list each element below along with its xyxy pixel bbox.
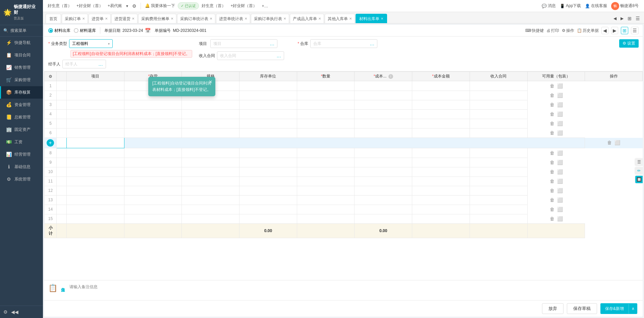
row-4-available[interactable]: [470, 109, 527, 119]
row-10-spec[interactable]: [124, 167, 182, 176]
notes-input[interactable]: [68, 283, 639, 297]
row-3-spec[interactable]: [124, 100, 182, 109]
row-11-copy-btn[interactable]: ⬜: [556, 178, 564, 184]
sidebar-item-project-contract[interactable]: 📋 项目合同: [0, 49, 43, 61]
row-8-qty[interactable]: [239, 148, 297, 158]
tab-close-material-out[interactable]: ✕: [381, 14, 383, 23]
row-10-delete-btn[interactable]: 🗑: [549, 168, 555, 175]
right-tool-2[interactable]: ✏: [635, 167, 643, 174]
settings-button[interactable]: ⚙ 设置: [619, 39, 639, 48]
sidebar-item-fixed-assets[interactable]: 🏢 固定资产: [0, 123, 43, 136]
row-8-cost-amount[interactable]: [355, 148, 412, 158]
row-6-qty[interactable]: [239, 128, 297, 138]
nav-dropdown-arrow[interactable]: ▾: [125, 4, 129, 8]
tab-close-return[interactable]: ✕: [132, 14, 135, 23]
save-new-main-btn[interactable]: 保存&新增: [600, 304, 629, 314]
row-14-available[interactable]: [470, 205, 527, 214]
tab-close-receipt[interactable]: ✕: [105, 14, 108, 23]
message-btn[interactable]: 💬 消息: [542, 3, 556, 9]
calendar-icon[interactable]: 📅: [145, 28, 151, 33]
row-14-unit[interactable]: [182, 205, 239, 214]
nav-settings-icon[interactable]: ⚙: [130, 3, 139, 9]
tab-purchase-order[interactable]: 采购订单 ✕: [62, 14, 88, 23]
online-service-btn[interactable]: 👤 在线客服: [585, 3, 607, 9]
row-3-qty[interactable]: [239, 100, 297, 109]
row-7-copy-btn[interactable]: ⬜: [614, 139, 621, 146]
row-12-spec[interactable]: [124, 186, 182, 195]
sidebar-item-inventory[interactable]: 📦 库存核算: [0, 86, 43, 99]
row-5-project[interactable]: [57, 119, 67, 128]
row-6-available[interactable]: [470, 128, 527, 138]
row-4-spec[interactable]: [124, 109, 182, 119]
row-4-income[interactable]: [412, 109, 470, 119]
row-3-inventory[interactable]: [67, 100, 124, 109]
radio-material-out[interactable]: 材料出库: [48, 28, 70, 34]
row-3-income[interactable]: [412, 100, 470, 109]
tab-close-product[interactable]: ✕: [318, 14, 321, 23]
row-6-unit[interactable]: [182, 128, 239, 138]
tab-receipt-stat[interactable]: 进货单统计表 ✕: [216, 14, 250, 23]
tab-close-receipt-stat[interactable]: ✕: [245, 14, 247, 23]
row-1-income[interactable]: [412, 81, 470, 91]
row-6-inventory[interactable]: [67, 128, 124, 138]
tab-purchase-receipt[interactable]: 进货单 ✕: [89, 14, 111, 23]
row-4-copy-btn[interactable]: ⬜: [556, 111, 564, 117]
row-3-project[interactable]: [57, 100, 67, 109]
row-2-available[interactable]: [470, 91, 527, 100]
row-14-delete-btn[interactable]: 🗑: [549, 206, 555, 213]
sidebar-item-capital-mgmt[interactable]: 💰 资金管理: [0, 99, 43, 111]
sidebar-item-wages[interactable]: 💵 工资: [0, 136, 43, 148]
row-2-copy-btn[interactable]: ⬜: [556, 92, 564, 99]
add-row-button[interactable]: +: [47, 139, 54, 147]
row-11-income[interactable]: [412, 176, 470, 186]
tooltip-close-btn[interactable]: ✕: [209, 78, 213, 86]
nav-link-haoshengyi2[interactable]: 好生意（首）: [200, 3, 228, 9]
row-2-cost-unit[interactable]: [297, 91, 355, 100]
tab-grid-view-btn[interactable]: ⊞: [626, 15, 633, 22]
row-5-available[interactable]: [470, 119, 527, 128]
row-6-cost-amount[interactable]: [355, 128, 412, 138]
tab-purchase-exec[interactable]: 采购订单执行表 ✕: [251, 14, 289, 23]
row-4-unit[interactable]: [182, 109, 239, 119]
row-13-cost-unit[interactable]: [297, 195, 355, 205]
row-13-inventory[interactable]: [67, 195, 124, 205]
row-4-qty[interactable]: [239, 109, 297, 119]
row-4-cost-amount[interactable]: [355, 109, 412, 119]
row-8-unit[interactable]: [182, 148, 239, 158]
nav-link-haoyecai1[interactable]: +好业财（首）: [74, 3, 105, 9]
row-9-copy-btn[interactable]: ⬜: [556, 159, 564, 166]
row-13-available[interactable]: [470, 195, 527, 205]
collapse-icon[interactable]: ◀◀: [11, 309, 18, 315]
row-9-delete-btn[interactable]: 🗑: [549, 159, 555, 166]
tab-product-storage[interactable]: 产成品入库单 ✕: [290, 14, 324, 23]
print-btn[interactable]: 🖨 打印: [546, 28, 559, 34]
row-13-qty[interactable]: [239, 195, 297, 205]
row-14-inventory[interactable]: [67, 205, 124, 214]
nav-next-record[interactable]: ▶: [611, 27, 618, 34]
row-6-cost-unit[interactable]: [297, 128, 355, 138]
income-contract-ellipsis[interactable]: …: [276, 53, 281, 58]
row-1-inventory[interactable]: [67, 81, 124, 91]
row-15-income[interactable]: [412, 214, 470, 224]
row-14-cost-amount[interactable]: [355, 205, 412, 214]
row-2-income[interactable]: [412, 91, 470, 100]
row-15-inventory[interactable]: [67, 214, 124, 224]
row-12-income[interactable]: [412, 186, 470, 195]
nav-link-yidaizhang[interactable]: +易代账: [106, 3, 124, 9]
tab-next-btn[interactable]: ▶: [619, 15, 625, 21]
row-15-available[interactable]: [470, 214, 527, 224]
sidebar-search[interactable]: 🔍 搜索菜单: [0, 25, 43, 37]
row-1-delete-btn[interactable]: 🗑: [549, 83, 555, 89]
app-download-btn[interactable]: 📱 App下载: [560, 3, 581, 9]
save-draft-button[interactable]: 保存草稿: [567, 303, 597, 314]
row-13-spec[interactable]: [124, 195, 182, 205]
row-2-qty[interactable]: [239, 91, 297, 100]
row-14-qty[interactable]: [239, 205, 297, 214]
sidebar-item-sales-mgmt[interactable]: 📈 销售管理: [0, 61, 43, 74]
row-10-income[interactable]: [412, 167, 470, 176]
row-15-spec[interactable]: [124, 214, 182, 224]
row-10-project[interactable]: [57, 167, 67, 176]
view-mode-list[interactable]: ☰: [631, 27, 639, 34]
row-12-delete-btn[interactable]: 🗑: [549, 187, 555, 194]
user-avatar[interactable]: 畅 畅捷通8号: [611, 2, 639, 10]
